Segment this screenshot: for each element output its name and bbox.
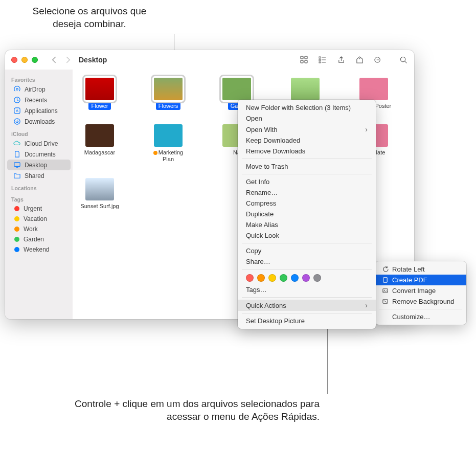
tag-color-swatch[interactable] <box>291 274 299 282</box>
tag-dot-icon <box>14 227 19 232</box>
tag-color-swatch[interactable] <box>280 274 287 282</box>
menu-item-rename[interactable]: Rename… <box>238 187 376 198</box>
menu-item-label: Open <box>246 115 262 122</box>
close-button[interactable] <box>11 57 17 63</box>
more-icon[interactable] <box>373 55 382 64</box>
menu-separator <box>379 309 462 309</box>
image-icon <box>381 287 389 295</box>
file-name-label: Madagascar <box>82 149 118 156</box>
tag-dot-icon <box>14 206 19 211</box>
sidebar-item-shared[interactable]: Shared <box>7 170 71 181</box>
sidebar-item-urgent[interactable]: Urgent <box>7 204 71 214</box>
svg-point-15 <box>400 57 405 61</box>
view-icon-grid[interactable] <box>300 55 309 64</box>
submenu-item-rotate-left[interactable]: Rotate Left <box>375 264 466 275</box>
file-name-label: Flower <box>88 102 110 110</box>
clock-icon <box>13 96 21 104</box>
submenu-item-remove-background[interactable]: Remove Background <box>375 296 466 307</box>
sidebar-item-icloud-drive[interactable]: iCloud Drive <box>7 138 71 149</box>
chevron-right-icon: › <box>365 301 368 309</box>
menu-item-label: Compress <box>246 199 276 207</box>
callout-top: Selecione os arquivos que deseja combina… <box>23 5 156 30</box>
svg-point-10 <box>359 58 360 59</box>
file-item[interactable]: Sunset Surf.jpg <box>77 178 123 210</box>
file-item[interactable]: Flower <box>77 78 123 110</box>
submenu-item-label: Remove Background <box>392 298 454 305</box>
chevron-right-icon: › <box>365 125 368 133</box>
menu-item-open[interactable]: Open <box>238 113 376 124</box>
menu-item-new-folder-with-selection-3-items[interactable]: New Folder with Selection (3 Items) <box>238 102 376 113</box>
menu-item-move-to-trash[interactable]: Move to Trash <box>238 161 376 172</box>
menu-item-quick-look[interactable]: Quick Look <box>238 230 376 241</box>
file-name-label: Marketing Plan <box>145 149 191 163</box>
tag-color-swatch[interactable] <box>257 274 265 282</box>
menu-item-label: Make Alias <box>246 221 278 229</box>
sidebar-item-recents[interactable]: Recents <box>7 95 71 105</box>
menu-separator <box>242 269 372 269</box>
sidebar-item-weekend[interactable]: Weekend <box>7 244 71 255</box>
sidebar-item-garden[interactable]: Garden <box>7 234 71 244</box>
file-item[interactable]: Madagascar <box>77 124 123 163</box>
sidebar-section-header: iCloud <box>5 127 73 138</box>
submenu-item-label: Convert Image <box>392 287 436 295</box>
group-icon[interactable] <box>318 55 327 64</box>
menu-item-duplicate[interactable]: Duplicate <box>238 209 376 219</box>
sidebar-item-label: Weekend <box>24 246 49 253</box>
cloud-icon <box>13 140 21 147</box>
submenu-item-create-pdf[interactable]: Create PDF <box>375 275 466 285</box>
sidebar-item-label: Work <box>24 226 38 233</box>
menu-item-copy[interactable]: Copy <box>238 245 376 256</box>
sidebar-item-vacation[interactable]: Vacation <box>7 214 71 224</box>
file-thumbnail <box>154 78 183 100</box>
menu-separator <box>242 174 372 174</box>
menu-item-make-alias[interactable]: Make Alias <box>238 219 376 230</box>
zoom-button[interactable] <box>32 57 38 63</box>
svg-text:A: A <box>16 108 18 113</box>
menu-item-compress[interactable]: Compress <box>238 198 376 209</box>
menu-item-label: Rename… <box>246 189 278 196</box>
menu-item-keep-downloaded[interactable]: Keep Downloaded <box>238 135 376 146</box>
callout-line <box>327 323 328 394</box>
sidebar-item-label: Applications <box>25 107 58 115</box>
sidebar-item-airdrop[interactable]: AirDrop <box>7 84 71 95</box>
submenu-item-convert-image[interactable]: Convert Image <box>375 285 466 296</box>
svg-rect-24 <box>383 278 387 282</box>
menu-item-tags[interactable]: Tags… <box>238 284 376 295</box>
file-thumbnail <box>154 124 183 147</box>
sidebar-item-label: Shared <box>25 172 44 179</box>
sidebar-item-work[interactable]: Work <box>7 224 71 234</box>
svg-point-13 <box>377 59 378 60</box>
share-icon[interactable] <box>336 55 346 64</box>
sidebar-item-documents[interactable]: Documents <box>7 149 71 160</box>
sidebar-section-header: Locations <box>5 181 73 192</box>
file-item[interactable]: Flowers <box>145 78 191 110</box>
file-thumbnail <box>85 124 114 147</box>
svg-rect-5 <box>319 59 321 61</box>
menu-item-open-with[interactable]: Open With› <box>238 124 376 135</box>
menu-item-quick-actions[interactable]: Quick Actions› <box>238 300 376 311</box>
svg-rect-22 <box>14 163 20 167</box>
minimize-button[interactable] <box>21 57 28 63</box>
back-button[interactable] <box>48 56 59 63</box>
forward-button[interactable] <box>62 56 74 63</box>
sidebar-item-desktop[interactable]: Desktop <box>7 160 71 170</box>
submenu-item-label: Rotate Left <box>392 265 425 273</box>
file-item[interactable]: Marketing Plan <box>145 124 191 163</box>
svg-rect-1 <box>305 56 307 59</box>
tag-color-swatch[interactable] <box>313 274 321 282</box>
submenu-item-customize[interactable]: Customize… <box>375 311 466 322</box>
menu-item-share[interactable]: Share… <box>238 256 376 267</box>
menu-item-get-info[interactable]: Get Info <box>238 176 376 187</box>
tag-color-swatch[interactable] <box>246 274 254 282</box>
tag-icon[interactable] <box>355 55 364 64</box>
tag-badge-icon <box>153 151 157 155</box>
tag-color-swatch[interactable] <box>302 274 310 282</box>
tag-color-swatch[interactable] <box>268 274 276 282</box>
search-icon[interactable] <box>399 55 408 64</box>
menu-item-remove-downloads[interactable]: Remove Downloads <box>238 146 376 156</box>
sidebar-item-downloads[interactable]: Downloads <box>7 116 71 127</box>
titlebar: Desktop <box>5 50 414 70</box>
menu-item-set-desktop-picture[interactable]: Set Desktop Picture <box>238 316 376 326</box>
toolbar <box>300 55 408 64</box>
sidebar-item-applications[interactable]: AApplications <box>7 105 71 116</box>
